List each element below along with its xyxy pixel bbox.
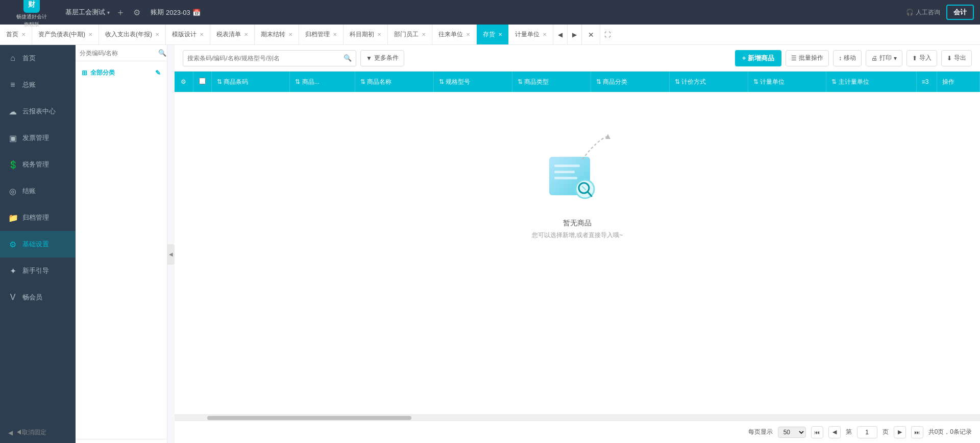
close-icon[interactable]: ✕ xyxy=(288,32,292,37)
tab-balance[interactable]: 资产负债表(中期) ✕ xyxy=(32,25,99,45)
add-tab-button[interactable]: ＋ xyxy=(114,6,127,18)
search-icon[interactable]: 🔍 xyxy=(344,54,352,62)
sidebar: ⌂ 首页 ≡ 总账 ☁ 云报表中心 ▣ 发票管理 💲 税务管理 ◎ 结账 📁 归… xyxy=(0,45,76,443)
tab-income[interactable]: 收入支出表(年报) ✕ xyxy=(99,25,166,45)
product-search-input[interactable] xyxy=(187,55,340,62)
expand-tabs-button[interactable]: ⛶ xyxy=(600,25,615,45)
tab-template[interactable]: 模版设计 ✕ xyxy=(166,25,210,45)
tab-unit[interactable]: 计量单位 ✕ xyxy=(509,25,553,45)
tab-subject[interactable]: 科目期初 ✕ xyxy=(344,25,388,45)
service-button[interactable]: 🎧 人工咨询 xyxy=(906,8,940,17)
total-label: 共0页，0条记录 xyxy=(928,428,972,436)
tab-taxlist[interactable]: 税表清单 ✕ xyxy=(210,25,255,45)
member-icon: V xyxy=(8,293,17,302)
batch-operation-button[interactable]: ☰ 批量操作 xyxy=(786,50,829,66)
col-settings[interactable]: ⚙ xyxy=(175,72,193,92)
per-page-select[interactable]: 50 20 100 xyxy=(778,427,806,438)
col-price-method: ⇅ 计价方式 xyxy=(669,72,748,92)
export-button[interactable]: ⬇ 导出 xyxy=(941,50,972,66)
col-checkbox[interactable] xyxy=(193,72,211,92)
close-icon[interactable]: ✕ xyxy=(466,32,470,37)
tab-prev-button[interactable]: ◀ xyxy=(553,25,568,45)
move-button[interactable]: ↕ 移动 xyxy=(833,50,862,66)
print-icon: 🖨 xyxy=(871,55,877,62)
calendar-icon[interactable]: 📅 xyxy=(192,9,201,16)
close-icon[interactable]: ✕ xyxy=(498,32,502,37)
close-all-tabs-button[interactable]: ✕ xyxy=(582,25,600,45)
table-wrapper: ⚙ ⇅ 商品条码 ⇅ 商品... xyxy=(175,72,980,414)
page-input[interactable] xyxy=(857,426,877,438)
period-display: 账期 2023-03 📅 xyxy=(151,8,201,17)
account-button[interactable]: 会计 xyxy=(946,5,974,20)
select-all-checkbox[interactable] xyxy=(199,78,206,84)
sidebar-item-guide[interactable]: ✦ 新手引导 xyxy=(0,258,76,284)
horizontal-scrollbar[interactable] xyxy=(175,414,980,421)
unpin-icon: ◀ xyxy=(8,429,13,436)
close-icon[interactable]: ✕ xyxy=(422,32,426,37)
next-page-button[interactable]: ▶ xyxy=(894,426,906,438)
tab-archive-label: 归档管理 xyxy=(305,30,330,39)
col-code: ⇅ 商品... xyxy=(290,72,355,92)
sidebar-item-archive[interactable]: 📁 归档管理 xyxy=(0,204,76,231)
close-icon[interactable]: ✕ xyxy=(200,32,204,37)
col-barcode: ⇅ 商品条码 xyxy=(211,72,290,92)
filter-icon: ▼ xyxy=(366,55,372,62)
sidebar-item-reports[interactable]: ☁ 云报表中心 xyxy=(0,98,76,125)
per-page-label: 每页显示 xyxy=(748,428,773,436)
edit-icon[interactable]: ✎ xyxy=(155,69,161,77)
period-value: 2023-03 xyxy=(166,9,190,16)
tab-vendor[interactable]: 往来单位 ✕ xyxy=(432,25,477,45)
sidebar-item-guide-label: 新手引导 xyxy=(22,266,49,275)
prev-page-button[interactable]: ◀ xyxy=(828,426,841,438)
close-icon[interactable]: ✕ xyxy=(21,32,26,37)
scrollbar-thumb[interactable] xyxy=(207,416,411,420)
close-icon[interactable]: ✕ xyxy=(88,32,92,37)
sidebar-item-invoice[interactable]: ▣ 发票管理 xyxy=(0,125,76,151)
category-list: ⊞ 全部分类 ✎ xyxy=(76,61,167,439)
sidebar-item-member[interactable]: V 畅会员 xyxy=(0,284,76,311)
close-icon[interactable]: ✕ xyxy=(377,32,381,37)
col-name: ⇅ 商品名称 xyxy=(355,72,434,92)
search-icon[interactable]: 🔍 xyxy=(158,49,166,57)
unpin-sidebar-button[interactable]: ◀ ◀取消固定 xyxy=(0,422,76,443)
tab-dept[interactable]: 部门员工 ✕ xyxy=(388,25,432,45)
import-icon: ⬆ xyxy=(912,55,917,62)
settings-icon[interactable]: ⚙ xyxy=(131,8,142,17)
sidebar-item-settings[interactable]: ⚙ 基础设置 xyxy=(0,231,76,258)
last-page-button[interactable]: ⏭ xyxy=(911,426,923,438)
sidebar-item-invoice-label: 发票管理 xyxy=(22,133,49,143)
col-spec: ⇅ 规格型号 xyxy=(434,72,512,92)
tab-archive[interactable]: 归档管理 ✕ xyxy=(299,25,344,45)
add-product-button[interactable]: + 新增商品 xyxy=(735,50,781,66)
collapse-panel-button[interactable]: ◀ xyxy=(167,244,175,265)
empty-illustration xyxy=(547,149,608,211)
settlement-icon: ◎ xyxy=(8,186,17,196)
company-name: 基层工会测试 xyxy=(65,8,105,17)
category-all[interactable]: ⊞ 全部分类 ✎ xyxy=(76,65,167,80)
svg-rect-4 xyxy=(554,171,575,173)
company-selector[interactable]: 基层工会测试 ▾ xyxy=(65,8,110,17)
chevron-down-icon: ▾ xyxy=(107,10,110,15)
close-icon[interactable]: ✕ xyxy=(155,32,159,37)
sidebar-item-home[interactable]: ⌂ 首页 xyxy=(0,45,76,72)
tab-home[interactable]: 首页 ✕ xyxy=(0,25,32,45)
first-page-button[interactable]: ⏮ xyxy=(811,426,823,438)
tab-inventory[interactable]: 存货 ✕ xyxy=(477,25,509,45)
home-icon: ⌂ xyxy=(8,54,17,63)
sidebar-item-settlement[interactable]: ◎ 结账 xyxy=(0,178,76,204)
import-button[interactable]: ⬆ 导入 xyxy=(906,50,937,66)
tab-period[interactable]: 期末结转 ✕ xyxy=(255,25,299,45)
gear-icon: ⚙ xyxy=(8,240,17,249)
close-icon[interactable]: ✕ xyxy=(333,32,337,37)
print-button[interactable]: 🖨 打印 ▾ xyxy=(866,50,902,66)
col-extra[interactable]: ≡3 xyxy=(916,72,937,92)
close-icon[interactable]: ✕ xyxy=(543,32,547,37)
tab-vendor-label: 往来单位 xyxy=(438,30,463,39)
tab-next-button[interactable]: ▶ xyxy=(568,25,582,45)
more-filter-button[interactable]: ▼ 更多条件 xyxy=(360,50,404,66)
sidebar-item-ledger[interactable]: ≡ 总账 xyxy=(0,72,76,98)
sidebar-item-tax[interactable]: 💲 税务管理 xyxy=(0,151,76,178)
period-label: 账期 xyxy=(151,8,164,17)
close-icon[interactable]: ✕ xyxy=(244,32,248,37)
category-search-input[interactable] xyxy=(80,50,156,57)
